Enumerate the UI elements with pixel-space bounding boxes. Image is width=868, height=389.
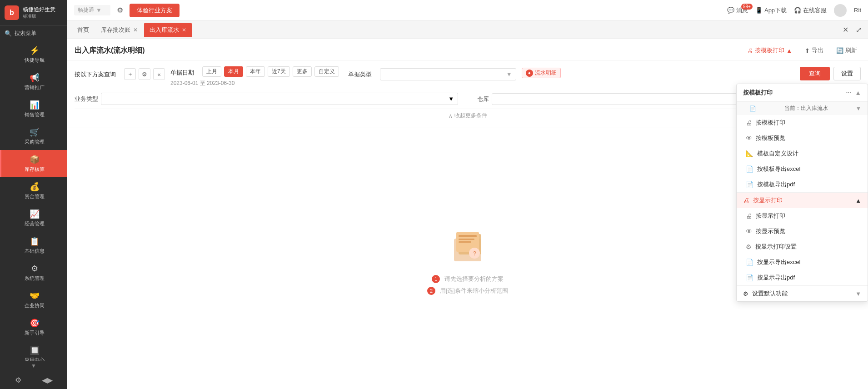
filter-settings-button[interactable]: ⚙ [139, 68, 150, 80]
display-export-pdf-item[interactable]: 📄 按显示导出pdf [737, 270, 868, 285]
expand-button[interactable]: ⤢ [854, 24, 863, 36]
date-btn-current-month[interactable]: 本月 [224, 66, 243, 77]
export-button[interactable]: ⬆ 导出 [801, 45, 827, 56]
template-section: 🖨 按模板打印 👁 按模板预览 📐 模板自定义设计 📄 按模板导出excel 📄 [737, 115, 868, 193]
date-btn-more[interactable]: 更多 [293, 66, 312, 77]
svg-rect-3 [459, 235, 477, 237]
current-template-item[interactable]: 📄 当前：出入库流水 ▼ [737, 102, 868, 115]
collapse-filter-button[interactable]: « [153, 68, 165, 80]
template-export-pdf-item[interactable]: 📄 按模板导出pdf [737, 177, 868, 192]
excel-template-icon: 📄 [746, 165, 753, 173]
topbar-right: 💬 消息 99+ 📱 App下载 🎧 在线客服 Rit [727, 4, 861, 17]
message-item[interactable]: 💬 消息 99+ [727, 6, 748, 15]
close-all-tabs-button[interactable]: ✕ [841, 24, 850, 36]
hint-num-1: 1 [432, 275, 440, 283]
tag-icon: ● [526, 70, 533, 77]
nav-icon-app: 🔲 [30, 345, 40, 355]
dropdown-more-icon[interactable]: ··· [846, 89, 851, 96]
display-print-settings-item[interactable]: ⚙ 按显示打印设置 [737, 239, 868, 254]
nav-icon-cooperation: 🤝 [30, 291, 40, 301]
sidebar-item-marketing[interactable]: 📢 营销推广 [0, 68, 67, 95]
topbar: 畅捷通 ▼ ⚙ 体验行业方案 💬 消息 99+ 📱 App下载 🎧 在线客服 R… [67, 0, 868, 21]
sidebar-item-finance[interactable]: 💰 资金管理 [0, 177, 67, 204]
main-area: 畅捷通 ▼ ⚙ 体验行业方案 💬 消息 99+ 📱 App下载 🎧 在线客服 R… [67, 0, 868, 389]
collapse-sidebar-icon[interactable]: ◀▶ [42, 376, 53, 384]
set-default-item[interactable]: ⚙ 设置默认功能 ▼ [737, 286, 868, 301]
tab-close-flow[interactable]: ✕ [182, 27, 186, 33]
display-export-excel-item[interactable]: 📄 按显示导出excel [737, 254, 868, 270]
filter-tag-item[interactable]: ● 流水明细 [522, 68, 561, 78]
business-type-input[interactable]: ▼ [101, 93, 458, 105]
dropdown-collapse-icon[interactable]: ▲ [855, 89, 861, 96]
sidebar-item-app-center[interactable]: 🔲 应用中心 [0, 341, 67, 361]
date-btn-7days[interactable]: 近7天 [268, 66, 290, 77]
settings-icon[interactable]: ⚙ [15, 376, 21, 384]
date-btn-prev-month[interactable]: 上月 [202, 66, 221, 77]
sidebar-item-system[interactable]: ⚙ 系统管理 [0, 259, 67, 286]
nav-icon-finance: 💰 [30, 182, 40, 192]
trial-button[interactable]: 体验行业方案 [130, 4, 180, 17]
set-default-icon: ⚙ [743, 290, 748, 297]
search-icon: 🔍 [5, 30, 12, 37]
template-custom-item[interactable]: 📐 模板自定义设计 [737, 146, 868, 161]
display-preview-item[interactable]: 👁 按显示预览 [737, 224, 868, 239]
sidebar-item-inventory[interactable]: 📦 库存核算 [0, 150, 67, 177]
nav-icon-sales: 📊 [30, 100, 40, 110]
sidebar-item-operations[interactable]: 📈 经营管理 [0, 204, 67, 232]
voucher-type-select[interactable]: ▼ [380, 68, 516, 80]
business-type-field: 业务类型 ▼ [75, 93, 458, 105]
sidebar-item-cooperation[interactable]: 🤝 企业协同 [0, 286, 67, 314]
page-header: 出入库流水(流水明细) 🖨 按模板打印 ▲ ⬆ 导出 🔄 刷新 [67, 39, 868, 60]
sidebar-item-purchase[interactable]: 🛒 采购管理 [0, 123, 67, 150]
display-print-item[interactable]: 🖨 按显示打印 [737, 208, 868, 224]
settings-display-icon: ⚙ [746, 243, 752, 250]
service-icon: 🎧 [794, 7, 801, 14]
date-btn-custom[interactable]: 自定义 [314, 66, 339, 77]
display-section: 🖨 按显示打印 👁 按显示预览 ⚙ 按显示打印设置 📄 按显示导出excel 📄 [737, 208, 868, 286]
voucher-type-label: 单据类型 [348, 70, 372, 79]
sidebar-item-basic[interactable]: 📋 基础信息 [0, 232, 67, 259]
sidebar-item-sales[interactable]: 📊 销售管理 [0, 95, 67, 123]
add-filter-button[interactable]: ＋ [124, 68, 136, 80]
print-dropdown-panel: 按模板打印 ··· ▲ 📄 当前：出入库流水 ▼ 🖨 按模板打印 👁 按模板 [736, 84, 868, 302]
nav-icon-operations: 📈 [30, 209, 40, 219]
display-section-header[interactable]: 🖨 按显示打印 ▲ [737, 193, 868, 208]
topbar-settings-button[interactable]: ⚙ [115, 4, 125, 16]
date-shortcuts: 上月 本月 本年 近7天 更多 自定义 [202, 66, 339, 77]
breadcrumb-dropdown[interactable]: 畅捷通 ▼ [74, 5, 110, 15]
tabbar: 首页 库存批次账 ✕ 出入库流水 ✕ ✕ ⤢ [67, 21, 868, 39]
template-preview-item[interactable]: 👁 按模板预览 [737, 130, 868, 146]
date-field-label: 单据日期 [170, 69, 194, 77]
sidebar-item-quick-nav[interactable]: ⚡ 快捷导航 [0, 41, 67, 68]
chevron-up-icon: ▲ [786, 47, 792, 54]
sidebar-item-guide[interactable]: 🎯 新手引导 [0, 314, 67, 341]
query-button[interactable]: 查询 [800, 67, 830, 80]
sidebar: b 畅捷通好生意 标准版 🔍 搜索菜单 ⚡ 快捷导航 📢 营销推广 📊 销售管理… [0, 0, 67, 389]
pdf-display-icon: 📄 [746, 274, 753, 281]
date-range-text: 2023-06-01 至 2023-06-30 [170, 80, 339, 87]
settings-button[interactable]: 设置 [833, 67, 861, 80]
tab-flow[interactable]: 出入库流水 ✕ [144, 23, 192, 37]
nav-icon-basic: 📋 [30, 236, 40, 246]
print-template-button[interactable]: 🖨 按模板打印 ▲ [743, 45, 796, 56]
page-actions: 🖨 按模板打印 ▲ ⬆ 导出 🔄 刷新 [743, 45, 861, 56]
app-subtitle: 标准版 [23, 13, 55, 20]
printer-template-icon: 🖨 [746, 119, 752, 126]
empty-hint-1: 1 请先选择要分析的方案 [432, 273, 504, 285]
tab-home[interactable]: 首页 [72, 23, 95, 37]
chevron-down-icon: ▼ [96, 7, 102, 14]
pdf-template-icon: 📄 [746, 181, 753, 188]
sidebar-search[interactable]: 🔍 搜索菜单 [0, 26, 67, 41]
app-download-item[interactable]: 📱 App下载 [755, 6, 787, 15]
tab-inventory-batch[interactable]: 库存批次账 ✕ [95, 23, 143, 37]
tab-close-inventory-batch[interactable]: ✕ [133, 27, 138, 33]
refresh-button[interactable]: 🔄 刷新 [833, 45, 861, 56]
user-avatar[interactable] [834, 4, 847, 17]
excel-display-icon: 📄 [746, 259, 753, 266]
nav-icon-system: ⚙ [31, 264, 38, 274]
date-btn-current-year[interactable]: 本年 [246, 66, 265, 77]
sidebar-scroll-down[interactable]: ▼ [0, 361, 67, 371]
template-export-excel-item[interactable]: 📄 按模板导出excel [737, 161, 868, 177]
customer-service-item[interactable]: 🎧 在线客服 [794, 6, 827, 15]
template-print-item[interactable]: 🖨 按模板打印 [737, 115, 868, 130]
